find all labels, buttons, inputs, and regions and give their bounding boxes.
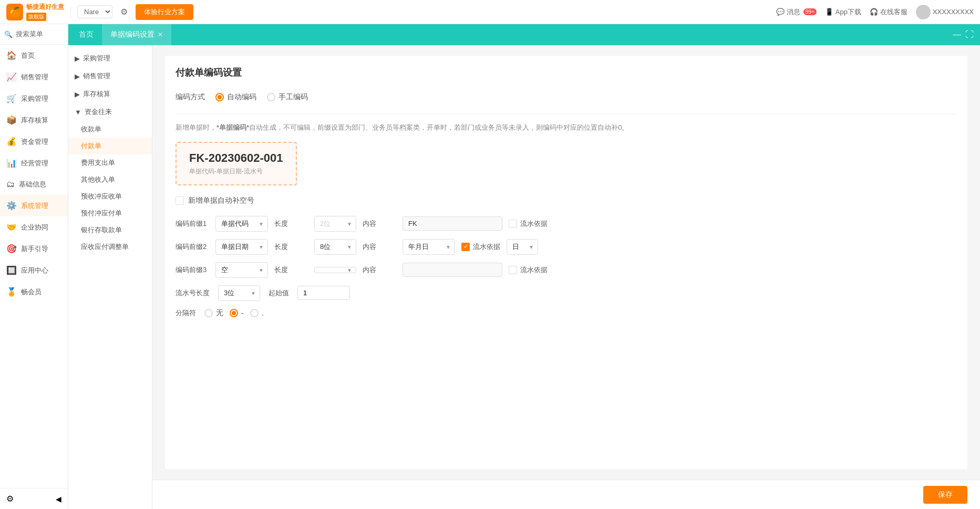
prefix1-content-input[interactable] (403, 216, 502, 231)
prefix3-length-select[interactable] (314, 267, 356, 273)
sidebar-item-member[interactable]: 🏅 畅会员 (0, 281, 68, 303)
sidebar-label-appcenter: 应用中心 (21, 266, 48, 275)
prefix3-content-input[interactable] (403, 263, 502, 277)
sep-dash-label: - (241, 309, 244, 317)
prefix1-length-select[interactable]: 2位 (314, 216, 356, 232)
top-bar: 🍊 畅捷通好生意 旗舰版 Nare ⚙ 体验行业方案 💬 消息 99+ 📱 Ap… (0, 0, 980, 24)
prefix2-serial-checkbox[interactable]: ✓ (461, 243, 470, 251)
tab-encode-setting[interactable]: 单据编码设置 ✕ (102, 24, 171, 45)
sidebar-item-home[interactable]: 🏠 首页 (0, 45, 68, 66)
separator-label: 分隔符 (176, 308, 196, 318)
manual-encode-option[interactable]: 手工编码 (267, 92, 308, 102)
sidebar-label-cooperation: 企业协同 (21, 223, 48, 232)
sidebar-item-purchase[interactable]: 🛒 采购管理 (0, 88, 68, 109)
prefix1-select-wrap: 单据代码 ▼ (215, 216, 268, 232)
message-label: 消息 (787, 7, 800, 17)
online-service-item[interactable]: 🎧 在线客服 (870, 7, 907, 17)
trial-button[interactable]: 体验行业方案 (136, 4, 193, 20)
sidebar-label-finance: 资金管理 (21, 137, 48, 147)
message-item[interactable]: 💬 消息 99+ (776, 7, 817, 17)
logo-line2: 旗舰版 (26, 13, 46, 21)
serial-start-input[interactable] (297, 286, 350, 300)
sub-menu-header-inventory[interactable]: ▶ 库存核算 (68, 85, 152, 103)
manual-encode-radio[interactable] (267, 93, 275, 101)
sub-menu-item-prepay-pay[interactable]: 预付冲应付单 (68, 205, 152, 222)
code-preview-box: FK-20230602-001 单据代码-单据日期-流水号 (176, 142, 297, 185)
sub-menu-item-payment[interactable]: 付款单 (68, 138, 152, 154)
sidebar-item-basic[interactable]: 🗂 基础信息 (0, 174, 68, 195)
sidebar-search[interactable]: 🔍 搜索菜单 (0, 24, 68, 45)
message-icon: 💬 (776, 8, 785, 16)
tab-close-icon[interactable]: ✕ (158, 31, 163, 38)
content-area: 付款单编码设置 编码方式 自动编码 手工编码 (152, 45, 980, 480)
auto-fill-checkbox[interactable] (176, 196, 184, 205)
prefix3-select[interactable]: 空 (215, 262, 268, 278)
prefix2-select[interactable]: 单据日期 (215, 239, 268, 255)
sub-menu-capital-label: 资金往来 (85, 107, 112, 117)
serial-length-select[interactable]: 3位 (218, 285, 260, 301)
auto-encode-option[interactable]: 自动编码 (215, 92, 256, 102)
sub-menu-group-sales: ▶ 销售管理 (68, 67, 152, 85)
sidebar-item-cooperation[interactable]: 🤝 企业协同 (0, 216, 68, 238)
sidebar-item-sales[interactable]: 📈 销售管理 (0, 66, 68, 88)
sidebar-label-system: 系统管理 (21, 201, 48, 211)
auto-encode-label: 自动编码 (227, 92, 256, 102)
prefix3-content-label: 内容 (363, 265, 396, 275)
sep-dash-option[interactable]: - (230, 309, 244, 317)
user-info[interactable]: XXXXXXXXX (916, 5, 974, 19)
sub-menu-item-bank-deposit[interactable]: 银行存取款单 (68, 222, 152, 238)
prefix2-content-select[interactable]: 年月日 (403, 239, 455, 255)
sub-menu-group-purchase: ▶ 采购管理 (68, 49, 152, 67)
logo-line1: 畅捷通好生意 (26, 3, 64, 12)
breadcrumb-select[interactable]: Nare (77, 5, 112, 18)
sub-menu-header-purchase[interactable]: ▶ 采购管理 (68, 49, 152, 67)
sep-dash-radio[interactable] (230, 309, 238, 317)
prefix3-serial-checkbox[interactable] (509, 266, 517, 274)
sales-icon: 📈 (6, 72, 17, 82)
sidebar-settings-button[interactable]: ⚙ (6, 494, 14, 504)
sep-none-option[interactable]: 无 (204, 308, 223, 318)
sub-menu-item-receipt[interactable]: 收款单 (68, 121, 152, 138)
prefix2-value: 单据日期 (221, 242, 249, 252)
sub-menu-item-ar-ap-adj[interactable]: 应收应付调整单 (68, 238, 152, 255)
sidebar-collapse-button[interactable]: ◀ (56, 495, 61, 503)
prefix3-serial-check: 流水依据 (509, 265, 548, 275)
sub-menu-item-prepay-receive[interactable]: 预收冲应收单 (68, 188, 152, 205)
auto-encode-radio[interactable] (215, 93, 224, 101)
serial-length-value: 3位 (224, 288, 234, 298)
app-download-item[interactable]: 📱 App下载 (825, 7, 861, 17)
prefix1-length-value: 2位 (320, 219, 331, 228)
sep-dot-option[interactable]: . (250, 309, 264, 317)
tab-home[interactable]: 首页 (70, 24, 102, 45)
sidebar-label-inventory: 库存核算 (21, 116, 48, 125)
sub-menu-header-sales[interactable]: ▶ 销售管理 (68, 67, 152, 85)
serial-length-row: 流水号长度 3位 ▼ 起始值 (176, 285, 957, 301)
save-button[interactable]: 保存 (923, 486, 967, 504)
divider (70, 6, 71, 18)
prefix1-select[interactable]: 单据代码 (215, 216, 268, 232)
prefix2-date-unit-select[interactable]: 日 (507, 239, 538, 255)
sep-dot-radio[interactable] (250, 309, 259, 317)
sidebar-item-operation[interactable]: 📊 经营管理 (0, 152, 68, 174)
sidebar-item-system[interactable]: ⚙️ 系统管理 (0, 195, 68, 216)
sidebar-item-newguide[interactable]: 🎯 新手引导 (0, 238, 68, 259)
info-text: 新增单据时，*单据编码*自动生成，不可编辑，前缀设置为部门、业务员等档案类，开单… (176, 122, 957, 133)
sub-menu-header-capital[interactable]: ▼ 资金往来 (68, 103, 152, 121)
sidebar-item-appcenter[interactable]: 🔲 应用中心 (0, 259, 68, 281)
sub-menu-group-inventory: ▶ 库存核算 (68, 85, 152, 103)
settings-gear-button[interactable]: ⚙ (117, 5, 131, 19)
sep-none-radio[interactable] (204, 309, 213, 317)
app-layout: 🔍 搜索菜单 🏠 首页 📈 销售管理 🛒 采购管理 📦 库存核算 💰 资金管理 … (0, 24, 980, 509)
sidebar-item-finance[interactable]: 💰 资金管理 (0, 131, 68, 152)
prefix2-date-unit-value: 日 (512, 242, 519, 252)
search-label: 搜索菜单 (16, 29, 43, 39)
prefix2-length-select[interactable]: 8位 (314, 239, 356, 255)
sidebar-item-inventory[interactable]: 📦 库存核算 (0, 109, 68, 131)
sub-menu-item-expense[interactable]: 费用支出单 (68, 154, 152, 171)
prefix1-serial-checkbox[interactable] (509, 220, 517, 228)
auto-fill-label: 新增单据自动补空号 (188, 196, 254, 205)
tab-maximize-button[interactable]: ⛶ (965, 30, 974, 39)
sub-menu-item-other-income[interactable]: 其他收入单 (68, 171, 152, 188)
tab-minimize-button[interactable]: — (953, 30, 961, 39)
sub-sidebar: ▶ 采购管理 ▶ 销售管理 ▶ 库存核算 (68, 45, 152, 509)
